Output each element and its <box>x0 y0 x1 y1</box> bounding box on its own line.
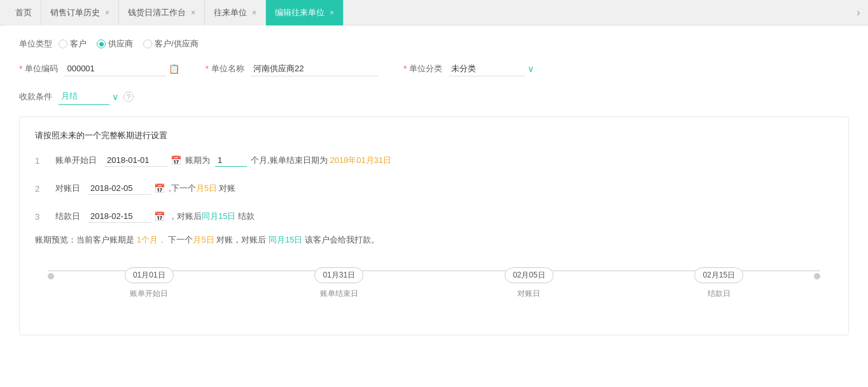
unit-name-group: * 单位名称 <box>205 61 377 76</box>
period-unit: 个月,账单结束日期为 2018年01月31日 <box>251 155 391 166</box>
preview-end: 该客户会给我打款。 <box>305 235 379 244</box>
period-label-for: 账期为 <box>185 155 210 166</box>
calendar-icon-3[interactable]: 📅 <box>154 211 165 222</box>
period-start-date-input[interactable] <box>104 154 168 167</box>
period-num-1: 1 <box>35 156 48 165</box>
period-row-1: 1 账单开始日 📅 账期为 个月,账单结束日期为 2018年01月31日 <box>35 154 833 167</box>
radio-supplier-label: 供应商 <box>108 38 133 50</box>
preview-reconcile-suffix: 对账，对账后 <box>216 235 266 244</box>
tab-partners[interactable]: 往来单位 × <box>205 0 266 25</box>
period-payment-date-input[interactable] <box>88 210 151 223</box>
tab-edit-partner-label: 编辑往来单位 <box>275 7 325 18</box>
timeline-badge-4: 02月15日 <box>694 267 743 283</box>
timeline-point-3: 02月05日 对账日 <box>434 267 624 299</box>
timeline-badge-1: 01月01日 <box>125 267 174 283</box>
unit-category-label: 单位分类 <box>409 63 442 74</box>
tab-sales-history-label: 销售订单历史 <box>50 7 100 18</box>
timeline: 01月01日 账单开始日 01月31日 账单结束日 02月05日 对账日 02月… <box>35 258 833 325</box>
dropdown-icon[interactable]: ∨ <box>528 64 534 74</box>
timeline-label-1: 账单开始日 <box>130 288 168 299</box>
unit-code-label: 单位编码 <box>25 63 58 74</box>
unit-code-group: * 单位编码 📋 <box>19 61 179 76</box>
timeline-label-2: 账单结束日 <box>320 288 358 299</box>
radio-customer-label: 客户 <box>70 38 87 50</box>
timeline-point-1: 01月01日 账单开始日 <box>54 267 244 299</box>
close-icon[interactable]: × <box>191 8 195 17</box>
timeline-label-4: 结款日 <box>708 288 731 299</box>
radio-supplier-circle <box>97 39 106 48</box>
unit-category-input[interactable] <box>449 61 525 76</box>
timeline-end-dot <box>814 273 820 279</box>
payment-cond-row: 收款条件 月结 ∨ ? <box>19 88 849 105</box>
close-icon[interactable]: × <box>330 8 334 17</box>
period-reconcile-date-input[interactable] <box>88 182 151 195</box>
required-star: * <box>205 64 208 74</box>
calendar-icon-2[interactable]: 📅 <box>154 183 165 194</box>
period-month-input[interactable] <box>215 154 247 167</box>
unit-name-input[interactable] <box>251 61 378 76</box>
timeline-point-4: 02月15日 结款日 <box>624 267 815 299</box>
payment-cond-label: 收款条件 <box>19 91 52 102</box>
radio-both-circle <box>143 39 152 48</box>
main-content: 单位类型 客户 供应商 客户/供应商 * 单位编码 📋 * 单位名称 <box>0 25 868 387</box>
timeline-label-3: 对账日 <box>517 288 540 299</box>
period-label-1: 账单开始日 <box>55 155 97 166</box>
timeline-end <box>814 273 820 279</box>
tab-cash-work-label: 钱货日清工作台 <box>128 7 186 18</box>
radio-supplier[interactable]: 供应商 <box>97 38 133 50</box>
period-payment-desc: ，对账后同月15日 结款 <box>169 211 255 222</box>
reconcile-highlight: 月5日 <box>196 183 217 193</box>
period-label-3: 结款日 <box>55 211 80 222</box>
radio-customer-circle <box>59 39 67 48</box>
tab-cash-work[interactable]: 钱货日清工作台 × <box>119 0 205 25</box>
dropdown-icon-payment[interactable]: ∨ <box>112 92 118 102</box>
preview-reconcile-highlight: 月5日 <box>193 235 214 244</box>
preview-payment-highlight: 同月15日 <box>269 235 302 244</box>
tab-partners-label: 往来单位 <box>214 7 247 18</box>
timeline-point-2: 01月31日 账单结束日 <box>244 267 435 299</box>
required-star: * <box>19 64 22 74</box>
preview-text: 账期预览：当前客户账期是 1个月， 下一个月5日 对账，对账后 同月15日 该客… <box>35 234 833 246</box>
tab-sales-history[interactable]: 销售订单历史 × <box>41 0 119 25</box>
reconcile-prefix: ,下一个 <box>169 183 196 193</box>
radio-customer[interactable]: 客户 <box>59 38 87 50</box>
tab-bar: 首页 销售订单历史 × 钱货日清工作台 × 往来单位 × 编辑往来单位 × › <box>0 0 868 25</box>
close-icon[interactable]: × <box>252 8 256 17</box>
period-reconcile-desc: ,下一个月5日 对账 <box>169 183 235 194</box>
unit-code-input[interactable] <box>64 61 166 76</box>
payment-prefix: ，对账后 <box>169 211 202 221</box>
payment-highlight: 同月15日 <box>202 211 235 221</box>
preview-reconcile-prefix: 下一个 <box>168 235 193 244</box>
payment-suffix: 结款 <box>235 211 255 221</box>
preview-period: 1个月， <box>137 235 166 244</box>
required-star: * <box>403 64 407 74</box>
unit-category-group: * 单位分类 ∨ <box>403 61 534 76</box>
radio-both-label: 客户/供应商 <box>155 38 199 50</box>
unit-name-label: 单位名称 <box>211 63 244 74</box>
period-num-2: 2 <box>35 184 48 194</box>
period-title: 请按照未来的一个完整帐期进行设置 <box>35 130 833 141</box>
reconcile-suffix: 对账 <box>217 183 236 193</box>
period-label-2: 对账日 <box>55 183 80 194</box>
close-icon[interactable]: × <box>105 8 109 17</box>
timeline-start-dot <box>48 273 54 279</box>
calendar-icon-1[interactable]: 📅 <box>171 155 181 165</box>
payment-select-value[interactable]: 月结 <box>59 88 109 105</box>
period-row-3: 3 结款日 📅 ，对账后同月15日 结款 <box>35 210 833 223</box>
radio-both[interactable]: 客户/供应商 <box>143 38 199 50</box>
timeline-start <box>48 273 54 279</box>
tab-home[interactable]: 首页 <box>6 0 41 25</box>
tab-edit-partner[interactable]: 编辑往来单位 × <box>266 0 344 25</box>
period-box: 请按照未来的一个完整帐期进行设置 1 账单开始日 📅 账期为 个月,账单结束日期… <box>19 116 849 335</box>
help-icon[interactable]: ? <box>123 92 134 102</box>
timeline-badge-2: 01月31日 <box>314 267 363 283</box>
radio-group-unit-type: 客户 供应商 客户/供应商 <box>59 38 199 50</box>
timeline-badge-3: 02月05日 <box>505 267 554 283</box>
tab-expander[interactable]: › <box>849 7 868 18</box>
unit-type-label: 单位类型 <box>19 38 52 50</box>
preview-label: 账期预览：当前客户账期是 <box>35 235 134 244</box>
unit-type-row: 单位类型 客户 供应商 客户/供应商 <box>19 38 849 50</box>
unit-details-row: * 单位编码 📋 * 单位名称 * 单位分类 ∨ <box>19 61 849 76</box>
calendar-icon[interactable]: 📋 <box>169 64 179 74</box>
period-num-3: 3 <box>35 212 48 222</box>
